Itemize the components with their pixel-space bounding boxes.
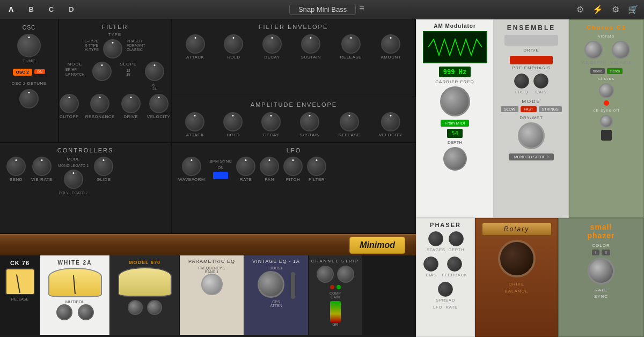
lfo-rate-knob[interactable] xyxy=(236,157,255,176)
ensemble-strings-btn[interactable]: STRINGS xyxy=(539,106,562,112)
am-depth-knob[interactable] xyxy=(443,147,467,171)
chorus-c1-plugin: Chorus C1 vibrato vib depth vib rate mon… xyxy=(569,19,644,218)
small-phazer-switch: I II xyxy=(592,250,610,255)
aenv-velocity-knob[interactable] xyxy=(381,112,400,131)
phaser-bias-knob[interactable] xyxy=(423,257,438,272)
filter-cutoff-knob[interactable] xyxy=(60,94,79,113)
vu-needle xyxy=(16,274,20,293)
filter-slope-knob[interactable] xyxy=(145,62,164,81)
osc2-on-button[interactable]: ON xyxy=(34,69,46,74)
osc2-button[interactable]: OSC 2 xyxy=(13,69,32,76)
chorus-vib-rate-knob[interactable] xyxy=(612,41,630,59)
chorus-mono-btn[interactable]: mono xyxy=(590,68,605,74)
eq-icon[interactable]: ⚡ xyxy=(592,4,603,14)
rotary-drive-knob[interactable] xyxy=(498,240,536,277)
fenv-hold-knob[interactable] xyxy=(224,34,243,54)
cart-icon[interactable]: 🛒 xyxy=(628,4,639,14)
cs-comp-label: COMP xyxy=(330,291,341,295)
minimod-button[interactable]: Minimod xyxy=(349,237,405,254)
fenv-amount-knob[interactable] xyxy=(381,34,400,54)
aenv-decay-knob[interactable] xyxy=(261,112,281,131)
lfo-pitch-knob[interactable] xyxy=(283,157,303,176)
sp-sw-1[interactable]: I xyxy=(592,250,599,255)
cs-knob-gain[interactable] xyxy=(337,266,354,283)
lfo-pan-knob[interactable] xyxy=(260,157,279,176)
cs-leds xyxy=(330,285,341,289)
lfo-knobs: WAVEFORM BPM SYNC ON RATE PAN xyxy=(176,157,412,182)
phaser-feedback-knob[interactable] xyxy=(447,257,462,272)
filter-velocity-knob[interactable] xyxy=(149,94,169,113)
rotary-title: Rotary xyxy=(485,225,549,233)
peq-knob[interactable] xyxy=(201,274,223,295)
cs-led-gain xyxy=(336,285,341,289)
am-modulator-plugin: AM Modulator 999 Hz CARRIER FREQ From MI… xyxy=(416,19,494,218)
fenv-release-knob[interactable] xyxy=(341,34,361,54)
lfo-bpm-sync-led[interactable] xyxy=(213,172,228,179)
ensemble-fast-btn[interactable]: FAST xyxy=(521,106,537,112)
small-phazer-rate-knob[interactable] xyxy=(588,258,614,284)
chorus-vib-depth-knob[interactable] xyxy=(584,41,603,59)
cs-knob-comp[interactable] xyxy=(317,266,334,283)
chorus-stereo-btn[interactable]: stereo xyxy=(607,68,623,74)
model670-knob-1[interactable] xyxy=(128,300,143,315)
ensemble-drywet-knob[interactable] xyxy=(518,122,545,149)
phaser-depth-knob[interactable] xyxy=(449,231,464,246)
filter-drive-knob[interactable] xyxy=(121,94,141,113)
am-from-midi-button[interactable]: From MIDI xyxy=(441,120,470,127)
tab-b[interactable]: B xyxy=(25,3,36,16)
settings-icon[interactable]: ⚙ xyxy=(612,4,619,14)
ensemble-drive-slider[interactable] xyxy=(504,35,558,46)
model670-knob-2[interactable] xyxy=(147,300,162,315)
lfo-filter-knob[interactable] xyxy=(307,157,326,176)
cs-fader[interactable] xyxy=(330,301,341,323)
tab-a[interactable]: A xyxy=(5,3,17,16)
ctrl-bend-knob[interactable] xyxy=(6,157,26,176)
ck76-title: CK 76 xyxy=(10,260,30,266)
filter-envelope-section: FILTER ENVELOPE ATTACK HOLD DECAY xyxy=(172,19,416,97)
chorus-toggle[interactable] xyxy=(601,130,612,141)
ensemble-gain-knob[interactable] xyxy=(533,74,548,89)
aenv-release-knob[interactable] xyxy=(340,112,359,131)
controllers-section: CONTROLLERS BEND VIB RATE MODE MONO xyxy=(0,143,172,233)
am-carrier-freq-knob[interactable] xyxy=(440,86,470,116)
filter-resonance-knob[interactable] xyxy=(90,94,109,113)
ensemble-mono-stereo-btn[interactable]: MONO TO STEREO xyxy=(509,153,554,160)
fenv-decay-knob[interactable] xyxy=(262,34,282,54)
ctrl-mode-knob[interactable] xyxy=(64,170,83,189)
chorus-chorus-knob[interactable] xyxy=(599,83,614,98)
phaser-spread-knob[interactable] xyxy=(438,282,453,297)
phaser-stages-knob[interactable] xyxy=(428,231,443,246)
cs-led-comp xyxy=(330,285,334,289)
osc2-detune-knob[interactable] xyxy=(19,89,39,108)
osc-tune-knob[interactable] xyxy=(17,34,41,57)
white2a-knob-2[interactable] xyxy=(78,304,94,320)
list-icon[interactable]: ≡ xyxy=(359,4,364,15)
aenv-hold-knob[interactable] xyxy=(223,112,243,131)
filter-mode-knob[interactable] xyxy=(92,62,112,81)
tab-c[interactable]: C xyxy=(46,3,57,16)
ensemble-pre-emphasis-btn[interactable] xyxy=(510,56,553,64)
aenv-attack-knob[interactable] xyxy=(185,112,204,131)
mixer-icon[interactable]: ⚙ xyxy=(576,4,584,14)
ctrl-vibrate-label: VIB RATE xyxy=(31,177,53,182)
aenv-sustain-knob[interactable] xyxy=(300,112,319,131)
chorus-vibrato-knob[interactable] xyxy=(600,115,613,128)
aenv-velocity-label: VELOCITY xyxy=(379,133,402,137)
chorus-vib-depth-label: vib depth xyxy=(581,60,606,65)
ensemble-slow-btn[interactable]: SLOW xyxy=(501,106,518,112)
phaser-rate-label: RATE xyxy=(445,305,458,310)
fenv-attack-knob[interactable] xyxy=(186,34,205,54)
veq-slider[interactable] xyxy=(291,272,295,299)
lfo-waveform-knob[interactable] xyxy=(182,157,201,176)
filter-type-knob[interactable] xyxy=(103,39,122,58)
tab-d[interactable]: D xyxy=(65,3,77,16)
sp-sw-2[interactable]: II xyxy=(602,250,610,255)
ensemble-freq-knob[interactable] xyxy=(514,74,529,89)
ctrl-vibrate-knob[interactable] xyxy=(32,157,52,176)
white2a-knob-1[interactable] xyxy=(56,304,72,320)
veq-knob[interactable] xyxy=(258,271,284,298)
fenv-sustain-knob[interactable] xyxy=(301,34,320,54)
ctrl-glide-knob[interactable] xyxy=(94,157,113,176)
preset-selector[interactable]: Snap Mini Bass xyxy=(289,4,356,15)
ensemble-mode-label: MODE xyxy=(522,99,541,104)
